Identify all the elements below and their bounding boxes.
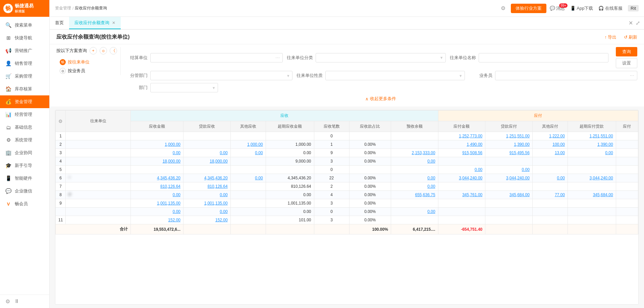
cell-ap-loan[interactable]: 0.00 <box>485 166 533 174</box>
sidebar-item-wechat[interactable]: 💬 企业微信 <box>0 185 49 197</box>
scheme-by-unit[interactable]: 畅 按往来单位 <box>56 58 117 67</box>
cell-ap-loan[interactable]: 915,495.56 <box>485 149 533 157</box>
sidebar: 畅 畅捷通易 标准版 🔍 搜索菜单 ⊞ 快捷导航 📢 营销推广 👤 销售管理 🛒… <box>0 0 50 308</box>
footer-ar-amount[interactable]: 19,553,472,6... <box>131 224 183 234</box>
pause-icon[interactable]: ⏸ <box>14 298 19 305</box>
sidebar-item-quicknav[interactable]: ⊞ 快捷导航 <box>0 32 49 44</box>
settlement-unit-input[interactable]: ··· <box>150 53 283 62</box>
cell-ar-other <box>230 157 266 166</box>
sidebar-item-marketing[interactable]: 📢 营销推广 <box>0 44 49 57</box>
sidebar-item-system[interactable]: ⚙ 系统管理 <box>0 134 49 146</box>
cell-ap-amount[interactable]: 1,490.00 <box>438 140 485 149</box>
cell-ap-other[interactable]: 1,222.00 <box>532 132 568 140</box>
sidebar-item-basic-info[interactable]: 🗂 基础信息 <box>0 121 49 134</box>
add-scheme-btn[interactable]: + <box>90 47 97 54</box>
cell-ar-amount[interactable]: 0.00 <box>131 208 183 216</box>
cell-ar-other[interactable]: 1,000.00 <box>230 140 266 149</box>
cell-ar-loan[interactable]: 0.00 <box>183 149 231 157</box>
cell-ap-loan[interactable]: 1,251,551.00 <box>485 132 533 140</box>
tab-home[interactable]: 首页 <box>50 17 69 29</box>
partner-name-input[interactable] <box>479 53 608 62</box>
cell-ar-loan[interactable]: 1,001,135.00 <box>183 199 231 208</box>
cell-ar-advance[interactable]: 0.00 <box>391 174 438 182</box>
app-download-button[interactable]: 📱 App下载 <box>570 5 593 11</box>
tab-close-icon[interactable]: ✕ <box>112 20 115 25</box>
sidebar-item-inventory[interactable]: 🏠 库存核算 <box>0 83 49 95</box>
collapse-scheme-btn[interactable]: 《 <box>110 47 117 54</box>
user-avatar[interactable]: Rit <box>628 6 639 11</box>
cell-ar-advance[interactable]: 655,636.75 <box>391 191 438 199</box>
salesperson-input[interactable]: ··· <box>495 71 637 80</box>
cell-ar-loan[interactable]: 4,345,436.20 <box>183 174 231 182</box>
cell-ar-amount[interactable]: 0.00 <box>131 149 183 157</box>
cell-ap-amount[interactable]: 1,252,773.00 <box>438 132 485 140</box>
sidebar-item-sales[interactable]: 👤 销售管理 <box>0 57 49 70</box>
edit-scheme-btn[interactable]: ⊙ <box>100 47 107 54</box>
cell-ar-loan[interactable]: 0.00 <box>183 208 231 216</box>
sidebar-item-member[interactable]: V 畅会员 <box>0 197 49 210</box>
table-settings-icon[interactable]: ⚙ <box>58 119 63 124</box>
manage-dept-input[interactable]: ▾ <box>150 71 292 80</box>
online-service-button[interactable]: 🎧 在线客服 <box>598 5 623 11</box>
sidebar-item-search[interactable]: 🔍 搜索菜单 <box>0 19 49 32</box>
export-button[interactable]: ↑ 导出 <box>605 34 617 40</box>
cell-ar-amount[interactable]: 1,000.00 <box>131 140 183 149</box>
cell-ap-amount[interactable]: 3,044,240.00 <box>438 174 485 182</box>
cell-ap-amount[interactable]: 0.00 <box>438 166 485 174</box>
partner-nature-input[interactable]: ▾ <box>325 71 465 80</box>
cell-ar-amount[interactable]: 1,001,135.00 <box>131 199 183 208</box>
tab-minimize-icon[interactable]: ✕ <box>629 20 633 26</box>
cell-ap-amount[interactable]: 345,761.00 <box>438 191 485 199</box>
col-settings-header[interactable]: ⚙ <box>56 111 66 132</box>
cell-ap-loan[interactable]: 3,044,240.00 <box>485 174 533 182</box>
sidebar-item-corp[interactable]: 🏢 企业协同 <box>0 146 49 159</box>
sidebar-item-guide[interactable]: 🎓 新手引导 <box>0 159 49 172</box>
message-button[interactable]: 💬 消息 99+ <box>550 5 565 11</box>
cell-ap-overdue[interactable]: 345,684.00 <box>568 191 616 199</box>
partner-category-input[interactable]: ▾ <box>316 53 445 62</box>
cell-ap-amount[interactable]: 915,508.56 <box>438 149 485 157</box>
cell-ap-overdue[interactable]: 3,044,240.00 <box>568 174 616 182</box>
promo-button[interactable]: 体验行业方案 <box>511 4 546 13</box>
cell-ar-amount[interactable]: 4,345,436.20 <box>131 174 183 182</box>
cell-ap-overdue[interactable]: 0.00 <box>568 149 616 157</box>
sidebar-item-operation[interactable]: 📊 经营管理 <box>0 108 49 121</box>
field-partner-category: 往来单位分类 ▾ <box>287 53 445 62</box>
cell-ar-loan[interactable]: 18,000.00 <box>183 157 231 166</box>
cell-ar-loan[interactable]: 810,126.64 <box>183 182 231 191</box>
tab-expand-icon[interactable]: ⤢ <box>636 20 640 26</box>
cell-ap-loan[interactable]: 1,390.00 <box>485 140 533 149</box>
sidebar-item-purchase[interactable]: 🛒 采购管理 <box>0 70 49 83</box>
cell-ar-loan[interactable]: 152.00 <box>183 216 231 224</box>
cell-ar-other[interactable]: 0.00 <box>230 149 266 157</box>
sidebar-item-finance[interactable]: 💰 资金管理 <box>0 95 49 108</box>
dept-input[interactable]: ▾ <box>150 83 218 92</box>
cell-ar-amount[interactable]: 810,126.64 <box>131 182 183 191</box>
cell-ar-loan[interactable]: 0.00 <box>183 191 231 199</box>
cell-ap-other[interactable]: 77.00 <box>532 191 568 199</box>
refresh-button[interactable]: ↺ 刷新 <box>624 34 637 40</box>
cell-ar-advance[interactable]: 0.00 <box>391 182 438 191</box>
query-button[interactable]: 查询 <box>616 47 637 56</box>
settings-icon[interactable]: ⚙ <box>5 298 10 305</box>
cell-ar-advance[interactable]: 2,153,333.00 <box>391 149 438 157</box>
cell-ar-amount[interactable]: 18,000.00 <box>131 157 183 166</box>
tab-ar-ap-query[interactable]: 应收应付余额查询 ✕ <box>69 17 121 29</box>
cell-ap-other[interactable]: 100.00 <box>532 140 568 149</box>
sidebar-item-smarthw[interactable]: 📱 智能硬件 <box>0 172 49 185</box>
gear-icon[interactable]: ⚙ <box>501 5 505 11</box>
cell-ap-other[interactable]: 13.00 <box>532 149 568 157</box>
cell-ar-amount[interactable]: 152.00 <box>131 216 183 224</box>
cell-ap-other[interactable]: 0.00 <box>532 174 568 182</box>
collapse-button[interactable]: ∧ 收起更多条件 <box>124 94 637 103</box>
cell-ap-overdue[interactable]: 1,251,551.00 <box>568 132 616 140</box>
cell-ap-overdue[interactable]: 1,390.00 <box>568 140 616 149</box>
cell-ap-loan[interactable]: 345,684.00 <box>485 191 533 199</box>
cell-ar-amount[interactable]: 0.00 <box>131 191 183 199</box>
footer-ar-advance[interactable]: 6,417,215.... <box>391 224 438 234</box>
scheme-by-staff[interactable]: ⊙ 按业务员 <box>56 67 117 75</box>
cell-ar-advance[interactable]: 0.00 <box>391 208 438 216</box>
cell-ar-advance[interactable]: 0.00 <box>391 157 438 166</box>
cell-ar-other[interactable]: 0.00 <box>230 174 266 182</box>
set-button[interactable]: 设置 <box>616 58 637 68</box>
